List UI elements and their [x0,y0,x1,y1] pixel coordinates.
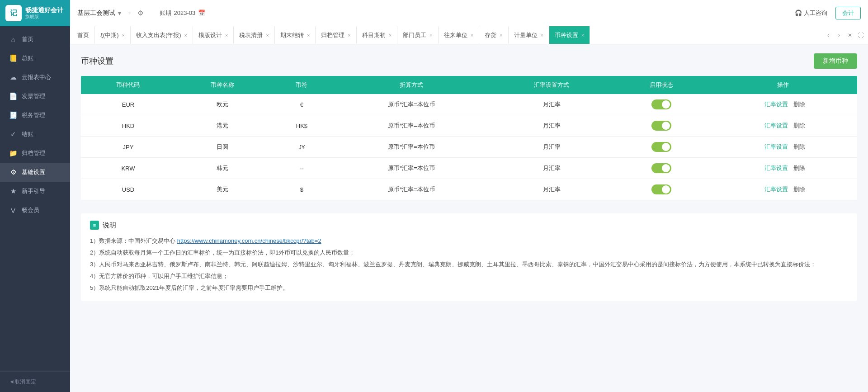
sidebar-item-home[interactable]: ⌂ 首页 [0,30,70,49]
cell-calc-1: 原币*汇率=本位币 [334,115,489,137]
cell-actions-0: 汇率设置 删除 [709,94,857,115]
tab-inventory[interactable]: 存货× [479,26,508,44]
sidebar-label-member: 畅会员 [22,206,39,214]
delete-link-2[interactable]: 删除 [793,143,805,150]
rate-setting-link-3[interactable]: 汇率设置 [764,165,788,171]
delete-link-4[interactable]: 删除 [793,186,805,193]
sidebar-label-invoice: 发票管理 [22,92,45,100]
tab-close-vat[interactable]: × [122,33,124,38]
sidebar-label-reports: 云报表中心 [22,73,51,81]
sidebar-item-tax[interactable]: 🧾 税务管理 [0,106,70,125]
tab-close-currency[interactable]: × [581,33,584,38]
toggle-0[interactable] [651,99,671,109]
toggle-4[interactable] [651,184,671,194]
tab-scroll-left[interactable]: ‹ [823,26,834,44]
cell-symbol-4: $ [270,179,334,200]
notes-link[interactable]: https://www.chinamoney.com.cn/chinese/bk… [177,237,321,244]
tab-expand[interactable]: ⛶ [855,26,866,44]
sidebar-footer[interactable]: ◄取消固定 [0,371,70,392]
tab-currency[interactable]: 币种设置× [549,26,590,44]
sidebar-icon-invoice: 📄 [9,92,17,100]
cell-symbol-1: HK$ [270,115,334,137]
sidebar-item-member[interactable]: V 畅会员 [0,201,70,220]
tab-close-taxclear[interactable]: × [266,33,269,38]
company-dropdown-icon[interactable]: ▾ [118,9,121,17]
cell-rate-type-4: 月汇率 [489,179,614,200]
tab-income[interactable]: 收入支出表(年报)× [131,26,193,44]
table-row: EUR 欧元 € 原币*汇率=本位币 月汇率 汇率设置 删除 [81,94,857,115]
toggle-1[interactable] [651,121,671,131]
tab-close-partner[interactable]: × [471,33,473,38]
tab-taxclear[interactable]: 税表清册× [234,26,274,44]
cell-enabled-3 [614,158,709,179]
tab-close-income[interactable]: × [184,33,187,38]
toggle-3[interactable] [651,163,671,173]
tab-close-inventory[interactable]: × [500,33,502,38]
sidebar-item-invoice[interactable]: 📄 发票管理 [0,87,70,106]
note-item-2: 3）人民币对马来西亚林吉特、俄罗斯卢布、南非兰特、韩元、阿联酋迪拉姆、沙特里亚尔… [90,259,848,270]
topbar-settings-icon[interactable]: ⚙ [137,9,143,17]
tab-close-template[interactable]: × [225,33,228,38]
calendar-icon[interactable]: 📅 [198,9,205,16]
new-currency-button[interactable]: 新增币种 [814,53,857,69]
tab-scroll-right[interactable]: › [834,26,844,44]
tab-close-all[interactable]: ✕ [844,26,855,44]
cell-code-4: USD [81,179,175,200]
tab-vat[interactable]: ξ(中期)× [95,26,131,44]
account-button[interactable]: 会计 [835,7,861,19]
cell-name-3: 韩元 [175,158,270,179]
rate-setting-link-0[interactable]: 汇率设置 [764,101,788,108]
logo-text: 畅捷通好会计 [25,6,63,14]
tab-partner[interactable]: 往来单位× [439,26,479,44]
delete-link-3[interactable]: 删除 [793,165,805,171]
sidebar-item-settings[interactable]: ⚙ 基础设置 [0,163,70,182]
sidebar-icon-reports: ☁ [9,73,17,81]
rate-setting-link-2[interactable]: 汇率设置 [764,143,788,150]
sidebar-item-checkout[interactable]: ✓ 结账 [0,125,70,144]
cell-enabled-2 [614,137,709,158]
tab-archive[interactable]: 归档管理× [316,26,356,44]
toggle-thumb-2 [662,143,670,151]
sidebar-item-archive[interactable]: 📁 归档管理 [0,144,70,163]
sidebar-icon-checkout: ✓ [9,130,17,138]
sidebar-label-archive: 归档管理 [22,149,45,157]
rate-setting-link-4[interactable]: 汇率设置 [764,186,788,193]
topbar-right: 🎧 人工咨询 会计 [791,7,861,19]
toggle-track-2 [651,142,671,152]
tab-subject-init[interactable]: 科目期初× [357,26,397,44]
toggle-thumb-1 [662,122,670,130]
period-label: 账期 [160,9,171,17]
consult-button[interactable]: 🎧 人工咨询 [791,7,831,19]
sidebar-icon-archive: 📁 [9,149,17,157]
topbar-period: 账期 2023-03 📅 [160,9,206,17]
tab-dept-staff[interactable]: 部门员工× [397,26,438,44]
sidebar-icon-guide: ★ [9,187,17,195]
sidebar-item-ledger[interactable]: 📒 总账 [0,49,70,68]
tab-home[interactable]: 首页 [72,26,95,44]
cell-rate-type-0: 月汇率 [489,94,614,115]
rate-setting-link-1[interactable]: 汇率设置 [764,122,788,129]
toggle-2[interactable] [651,142,671,152]
delete-link-0[interactable]: 删除 [793,101,805,108]
tab-period-end[interactable]: 期末结转× [275,26,316,44]
tab-label-partner: 往来单位 [444,31,467,39]
sidebar-item-guide[interactable]: ★ 新手引导 [0,182,70,201]
tab-close-subject-init[interactable]: × [389,33,392,38]
toggle-wrap-0 [621,99,703,109]
notes-section: ≡ 说明 1）数据来源：中国外汇交易中心 https://www.chinamo… [81,213,857,301]
tab-close-dept-staff[interactable]: × [429,33,432,38]
sidebar-item-reports[interactable]: ☁ 云报表中心 [0,68,70,87]
col-header-汇率设置方式: 汇率设置方式 [489,76,614,94]
sidebar-icon-home: ⌂ [9,36,17,43]
delete-link-1[interactable]: 删除 [793,122,805,129]
toggle-wrap-1 [621,121,703,131]
tab-close-archive[interactable]: × [348,33,350,38]
tab-template[interactable]: 模版设计× [193,26,234,44]
cell-actions-4: 汇率设置 删除 [709,179,857,200]
notes-icon: ≡ [90,221,99,230]
content-area: 币种设置 新增币种 币种代码币种名称币符折算方式汇率设置方式启用状态操作 EUR… [70,44,868,392]
tab-close-period-end[interactable]: × [307,33,310,38]
toggle-track-3 [651,163,671,173]
tab-close-unit[interactable]: × [541,33,543,38]
tab-unit[interactable]: 计量单位× [509,26,549,44]
